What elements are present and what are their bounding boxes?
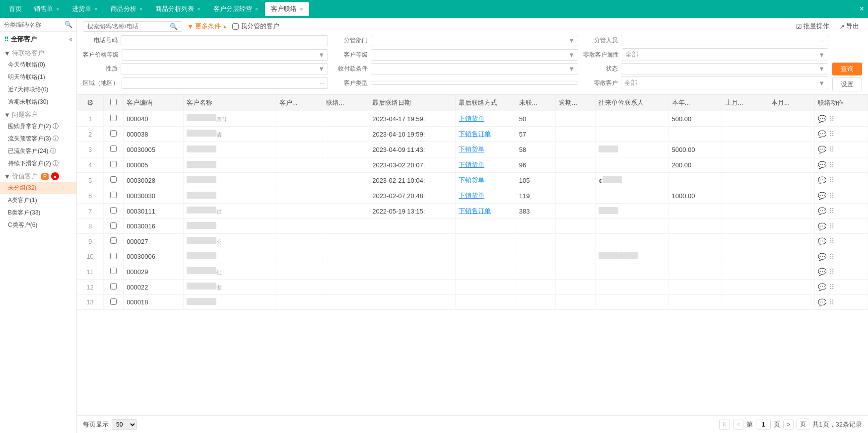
check-cell[interactable] bbox=[104, 111, 124, 127]
close-all-button[interactable]: × bbox=[860, 4, 864, 13]
search-button[interactable]: 查询 bbox=[832, 63, 862, 75]
collapse-btn[interactable]: « bbox=[69, 36, 72, 43]
action-cell[interactable]: 💬 ⠿ bbox=[814, 188, 868, 204]
last-method-cell[interactable]: 下销售订单 bbox=[456, 204, 516, 219]
sidebar-item-today[interactable]: 今天待联络(0) bbox=[0, 59, 76, 71]
retail-customer-select[interactable]: 全部 ▼ bbox=[621, 76, 828, 89]
my-customers-checkbox[interactable] bbox=[232, 23, 239, 30]
gear-icon[interactable]: ⚙ bbox=[87, 98, 93, 107]
check-cell[interactable] bbox=[104, 173, 124, 188]
next-page-button[interactable]: > bbox=[783, 420, 794, 430]
last-method-link[interactable]: 下销货单 bbox=[459, 192, 484, 199]
per-page-select[interactable]: 50 100 200 bbox=[112, 419, 137, 430]
sidebar-item-churn-warn[interactable]: 流失预警客户(3) ⓘ bbox=[0, 133, 76, 145]
check-column-header[interactable] bbox=[104, 95, 124, 111]
tab-purchase[interactable]: 进货单 × bbox=[66, 2, 103, 16]
apps-icon[interactable]: ⠿ bbox=[829, 207, 834, 215]
row-checkbox[interactable] bbox=[110, 145, 117, 152]
sidebar-item-ungroup[interactable]: 未分组(32) bbox=[0, 182, 76, 194]
action-cell[interactable]: 💬 ⠿ bbox=[814, 249, 868, 264]
row-checkbox[interactable] bbox=[110, 283, 117, 289]
sidebar-item-class-c[interactable]: C类客户(6) bbox=[0, 219, 76, 231]
chat-icon[interactable]: 💬 bbox=[818, 237, 826, 245]
action-cell[interactable]: 💬 ⠿ bbox=[814, 280, 868, 295]
apps-icon[interactable]: ⠿ bbox=[829, 237, 834, 245]
row-checkbox[interactable] bbox=[110, 161, 117, 167]
chat-icon[interactable]: 💬 bbox=[818, 161, 826, 169]
action-cell[interactable]: 💬 ⠿ bbox=[814, 142, 868, 157]
row-checkbox[interactable] bbox=[110, 192, 117, 198]
batch-op-button[interactable]: ☑ 批量操作 bbox=[793, 21, 832, 32]
apps-icon[interactable]: ⠿ bbox=[829, 145, 834, 153]
sidebar-item-class-b[interactable]: B类客户(33) bbox=[0, 207, 76, 219]
action-cell[interactable]: 💬 ⠿ bbox=[814, 295, 868, 310]
retail-attr-select[interactable]: 全部 ▼ bbox=[622, 48, 828, 61]
last-method-cell[interactable] bbox=[456, 295, 516, 310]
check-cell[interactable] bbox=[104, 188, 124, 204]
last-method-cell[interactable] bbox=[456, 264, 516, 280]
check-cell[interactable] bbox=[104, 157, 124, 173]
last-method-link[interactable]: 下销货单 bbox=[459, 161, 484, 168]
sidebar-search-icon[interactable]: 🔍 bbox=[65, 21, 72, 28]
select-all-checkbox[interactable] bbox=[110, 99, 117, 105]
last-method-cell[interactable] bbox=[456, 234, 516, 249]
apps-icon[interactable]: ⠿ bbox=[829, 298, 834, 306]
last-method-link[interactable]: 下销售订单 bbox=[459, 207, 491, 215]
tab-product-analysis-close[interactable]: × bbox=[139, 6, 142, 12]
chat-icon[interactable]: 💬 bbox=[818, 298, 826, 306]
tab-home[interactable]: 首页 bbox=[4, 2, 27, 16]
last-method-cell[interactable] bbox=[456, 280, 516, 295]
action-cell[interactable]: 💬 ⠿ bbox=[814, 204, 868, 219]
apps-icon[interactable]: ⠿ bbox=[829, 268, 834, 276]
last-method-cell[interactable]: 下销售订单 bbox=[456, 127, 516, 142]
tab-product-analysis-list-close[interactable]: × bbox=[197, 6, 200, 12]
tab-product-analysis-list[interactable]: 商品分析列表 × bbox=[149, 2, 206, 16]
check-cell[interactable] bbox=[104, 219, 124, 234]
search-icon[interactable]: 🔍 bbox=[170, 23, 178, 30]
action-cell[interactable]: 💬 ⠿ bbox=[814, 219, 868, 234]
row-checkbox[interactable] bbox=[110, 115, 117, 121]
tab-sales-close[interactable]: × bbox=[56, 6, 59, 12]
check-cell[interactable] bbox=[104, 264, 124, 280]
last-method-cell[interactable] bbox=[456, 249, 516, 264]
chat-icon[interactable]: 💬 bbox=[818, 115, 826, 123]
sidebar-item-overdue[interactable]: 逾期未联络(30) bbox=[0, 96, 76, 108]
more-conditions-button[interactable]: ▼ 更多条件 ▲ bbox=[187, 22, 227, 31]
sidebar-item-churned[interactable]: 已流失客户(24) ⓘ bbox=[0, 145, 76, 157]
action-cell[interactable]: 💬 ⠿ bbox=[814, 127, 868, 142]
action-cell[interactable]: 💬 ⠿ bbox=[814, 173, 868, 188]
area-select[interactable]: ··· bbox=[122, 77, 328, 89]
chat-icon[interactable]: 💬 bbox=[818, 222, 826, 230]
last-method-link[interactable]: 下销售订单 bbox=[459, 130, 491, 138]
sidebar-item-tomorrow[interactable]: 明天待联络(1) bbox=[0, 71, 76, 83]
chat-icon[interactable]: 💬 bbox=[818, 207, 826, 215]
page-input[interactable] bbox=[756, 420, 771, 430]
chat-icon[interactable]: 💬 bbox=[818, 145, 826, 153]
action-cell[interactable]: 💬 ⠿ bbox=[814, 234, 868, 249]
last-method-cell[interactable]: 下销货单 bbox=[456, 173, 516, 188]
tab-purchase-close[interactable]: × bbox=[94, 6, 97, 12]
chat-icon[interactable]: 💬 bbox=[818, 268, 826, 276]
sidebar-item-7days[interactable]: 近7天待联络(0) bbox=[0, 83, 76, 96]
last-page-button[interactable]: 页 bbox=[797, 419, 809, 430]
row-checkbox[interactable] bbox=[110, 253, 117, 259]
customer-type-select[interactable] bbox=[371, 81, 578, 85]
sidebar-group-problem[interactable]: ▼ 问题客户 bbox=[0, 108, 76, 120]
my-customers-checkbox-wrap[interactable]: 我分管的客户 bbox=[232, 22, 279, 31]
last-method-cell[interactable]: 下销货单 bbox=[456, 142, 516, 157]
row-checkbox[interactable] bbox=[110, 207, 117, 214]
apps-icon[interactable]: ⠿ bbox=[829, 161, 834, 169]
search-input-wrap[interactable]: 🔍 bbox=[83, 21, 182, 32]
check-cell[interactable] bbox=[104, 280, 124, 295]
sidebar-item-class-a[interactable]: A类客户(1) bbox=[0, 194, 76, 207]
tab-customer-contact-close[interactable]: × bbox=[300, 6, 303, 12]
last-method-cell[interactable]: 下销货单 bbox=[456, 188, 516, 204]
row-checkbox[interactable] bbox=[110, 237, 117, 244]
sidebar-group-value[interactable]: ▼ 价值客户 R ● bbox=[0, 170, 76, 182]
chat-icon[interactable]: 💬 bbox=[818, 192, 826, 200]
check-cell[interactable] bbox=[104, 295, 124, 310]
tab-customer-contact[interactable]: 客户联络 × bbox=[265, 2, 309, 16]
apps-icon[interactable]: ⠿ bbox=[829, 253, 834, 261]
phone-input[interactable] bbox=[121, 35, 328, 46]
last-method-link[interactable]: 下销货单 bbox=[459, 145, 484, 153]
